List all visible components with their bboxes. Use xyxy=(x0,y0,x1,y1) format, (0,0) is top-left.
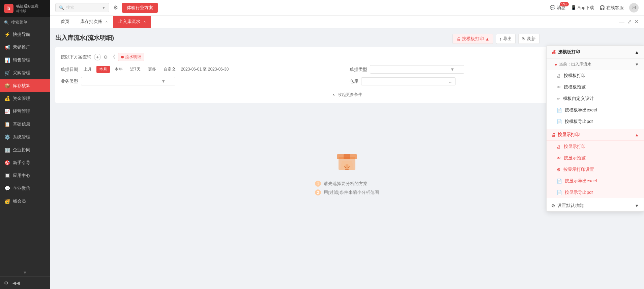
filter-warehouse-input[interactable]: ... xyxy=(361,77,456,85)
settings-bottom-icon[interactable]: ⚙ xyxy=(4,280,8,286)
dropdown-item-export-pdf[interactable]: 📄 按模板导出pdf xyxy=(547,116,644,127)
dropdown-item-template-print[interactable]: 🖨 按模板打印 xyxy=(547,70,644,81)
sidebar-item-sales[interactable]: 📊 销售管理 xyxy=(0,54,50,67)
date-tab-custom[interactable]: 自定义 xyxy=(161,66,178,73)
membership-icon: 👑 xyxy=(4,198,10,204)
date-tabs: 上月 本月 本年 近7天 更多 自定义 xyxy=(81,66,178,73)
dropdown-item-custom-design[interactable]: ✏ 模板自定义设计 xyxy=(547,93,644,104)
sidebar-item-quick-nav[interactable]: ⚡ 快捷导航 xyxy=(0,28,50,41)
template-print-button[interactable]: 🖨 按模板打印 ▲ xyxy=(452,34,493,44)
export-button[interactable]: ↑ 导出 xyxy=(496,34,516,44)
online-service-button[interactable]: 🎧 在线客服 xyxy=(599,5,624,11)
sidebar-item-enterprise[interactable]: 🏢 企业协同 xyxy=(0,143,50,156)
page-title: 出入库流水(流水明细) xyxy=(55,34,639,42)
svg-rect-2 xyxy=(344,154,350,159)
filter-settings-icon[interactable]: ⚙ xyxy=(104,54,108,60)
filter-add-button[interactable]: + xyxy=(94,54,101,60)
business-select-arrow: ▼ xyxy=(161,79,166,84)
marketing-icon: 📢 xyxy=(4,44,10,50)
filter-collapse-icon[interactable]: 《 xyxy=(111,54,115,60)
operations-icon: 📈 xyxy=(4,108,10,114)
header-search-icon: 🔍 xyxy=(59,5,64,10)
window-minimize-icon[interactable]: — xyxy=(619,19,624,25)
newbie-icon: 🎯 xyxy=(4,160,10,166)
sidebar-item-inventory[interactable]: 📦 库存核算 xyxy=(0,79,50,92)
tab-inout-flow[interactable]: 出入库流水 × xyxy=(113,16,151,28)
chevron-up-icon: ▲ xyxy=(485,36,490,42)
dropdown-section2-header[interactable]: 🖨 按显示打印 ▲ xyxy=(547,129,644,141)
filter-business-select[interactable]: ▼ xyxy=(81,77,175,85)
enterprise-icon: 🏢 xyxy=(4,147,10,153)
display-print-item-icon: 🖨 xyxy=(557,144,561,149)
sidebar-item-system[interactable]: ⚙️ 系统管理 xyxy=(0,131,50,143)
sidebar-item-newbie[interactable]: 🎯 新手引导 xyxy=(0,156,50,169)
dropdown-section1-header[interactable]: 🖨 按模板打印 ▲ xyxy=(547,46,644,59)
dropdown-item-template-preview[interactable]: 👁 按模板预览 xyxy=(547,81,644,93)
header: 🔍 搜索 ▼ ⚙ 体验行业方案 💬 消息 99+ 📱 App下载 🎧 在线客服 … xyxy=(50,0,644,16)
active-filter-tag[interactable]: 流水明细 xyxy=(118,53,144,61)
sales-icon: 📊 xyxy=(4,57,10,63)
trial-button[interactable]: 体验行业方案 xyxy=(122,3,158,13)
date-range-display: 2023-06-01 至 2023-06-30 xyxy=(181,67,229,72)
app-center-icon: 🔲 xyxy=(4,173,10,179)
page-actions: 🖨 按模板打印 ▲ ↑ 导出 ↻ 刷新 xyxy=(452,34,539,44)
message-button[interactable]: 💬 消息 99+ xyxy=(550,5,565,11)
filter-date-item: 单据日期 上月 本月 本年 近7天 更多 自定义 2023-06-01 至 20… xyxy=(61,66,344,73)
dropdown-item-export-excel[interactable]: 📄 按模板导出excel xyxy=(547,104,644,116)
header-gear-icon[interactable]: ⚙ xyxy=(113,4,118,11)
display-excel-item-icon: 📄 xyxy=(557,179,562,184)
sidebar-item-basic-info[interactable]: 📋 基础信息 xyxy=(0,118,50,131)
dropdown-item-display-preview[interactable]: 👁 按显示预览 xyxy=(547,152,644,164)
sidebar-scroll-down[interactable]: ▼ xyxy=(0,269,50,277)
user-avatar[interactable]: 用 xyxy=(629,3,639,12)
export-excel-item-icon: 📄 xyxy=(557,108,562,113)
sidebar-item-app-center[interactable]: 🔲 应用中心 xyxy=(0,169,50,182)
tab-inventory-batch[interactable]: 库存批次账 × xyxy=(75,16,113,28)
app-download-button[interactable]: 📱 App下载 xyxy=(571,5,594,11)
dropdown-item-display-print[interactable]: 🖨 按显示打印 xyxy=(547,141,644,152)
refresh-button[interactable]: ↻ 刷新 xyxy=(518,34,539,44)
window-close-icon[interactable]: ✕ xyxy=(634,19,639,25)
empty-step-2: 2 用[过滤]条件来缩小分析范围 xyxy=(315,189,379,195)
tab-inout-flow-close[interactable]: × xyxy=(144,20,146,24)
type-select-arrow: ▼ xyxy=(450,67,455,72)
date-tab-7days[interactable]: 近7天 xyxy=(127,66,143,73)
app-download-icon: 📱 xyxy=(571,5,576,10)
step-num-2: 2 xyxy=(315,189,321,195)
dropdown-item-display-pdf[interactable]: 📄 按显示导出pdf xyxy=(547,187,644,198)
sidebar-item-enterprise-wechat[interactable]: 💬 企业微信 xyxy=(0,182,50,195)
dropdown-divider-2 xyxy=(547,199,644,199)
date-tab-this-year[interactable]: 本年 xyxy=(112,66,125,73)
dropdown-current-template[interactable]: ● 当前：出入库流水 ▼ xyxy=(547,59,644,70)
header-search-dropdown[interactable]: ▼ xyxy=(102,6,106,10)
dropdown-item-display-settings[interactable]: ⚙ 按显示打印设置 xyxy=(547,164,644,175)
date-tab-more[interactable]: 更多 xyxy=(145,66,159,73)
date-tab-this-month[interactable]: 本月 xyxy=(96,66,110,73)
header-search[interactable]: 🔍 搜索 ▼ xyxy=(55,3,109,12)
date-tab-last-month[interactable]: 上月 xyxy=(81,66,94,73)
window-maximize-icon[interactable]: ⤢ xyxy=(627,19,632,25)
dropdown-section3-header[interactable]: ⚙ 设置默认功能 ▼ xyxy=(547,200,644,211)
step-num-1: 1 xyxy=(315,181,321,187)
filter-type-select[interactable]: ▼ xyxy=(370,65,464,74)
dropdown-item-display-excel[interactable]: 📄 按显示导出excel xyxy=(547,175,644,187)
tab-inventory-batch-close[interactable]: × xyxy=(106,20,108,24)
sidebar-item-finance[interactable]: 💰 资金管理 xyxy=(0,92,50,105)
sidebar-search-menu[interactable]: 🔍 搜索菜单 xyxy=(0,17,50,28)
sidebar-item-purchase[interactable]: 🛒 采购管理 xyxy=(0,67,50,79)
display-settings-item-icon: ⚙ xyxy=(557,167,561,172)
sidebar: b 畅捷通好生意 标准版 🔍 搜索菜单 ⚡ 快捷导航 📢 营销推广 📊 销售管理… xyxy=(0,0,50,289)
refresh-icon: ↻ xyxy=(522,36,526,42)
sidebar-item-operations[interactable]: 📈 经营管理 xyxy=(0,105,50,118)
sidebar-item-membership[interactable]: 👑 畅会员 xyxy=(0,195,50,208)
tab-home[interactable]: 首页 xyxy=(55,16,75,28)
sidebar-logo: b 畅捷通好生意 标准版 xyxy=(0,0,50,17)
sidebar-item-marketing[interactable]: 📢 营销推广 xyxy=(0,41,50,54)
collapse-sidebar-icon[interactable]: ◀◀ xyxy=(12,280,20,286)
search-icon: 🔍 xyxy=(4,20,9,25)
warehouse-more-icon[interactable]: ... xyxy=(449,79,452,84)
sidebar-bottom: ⚙ ◀◀ xyxy=(0,277,50,289)
quick-nav-icon: ⚡ xyxy=(4,31,10,37)
main-area: 🔍 搜索 ▼ ⚙ 体验行业方案 💬 消息 99+ 📱 App下载 🎧 在线客服 … xyxy=(50,0,644,289)
dropdown-panel: 🖨 按模板打印 ▲ ● 当前：出入库流水 ▼ 🖨 按模板打印 👁 按模板预览 xyxy=(546,45,644,212)
